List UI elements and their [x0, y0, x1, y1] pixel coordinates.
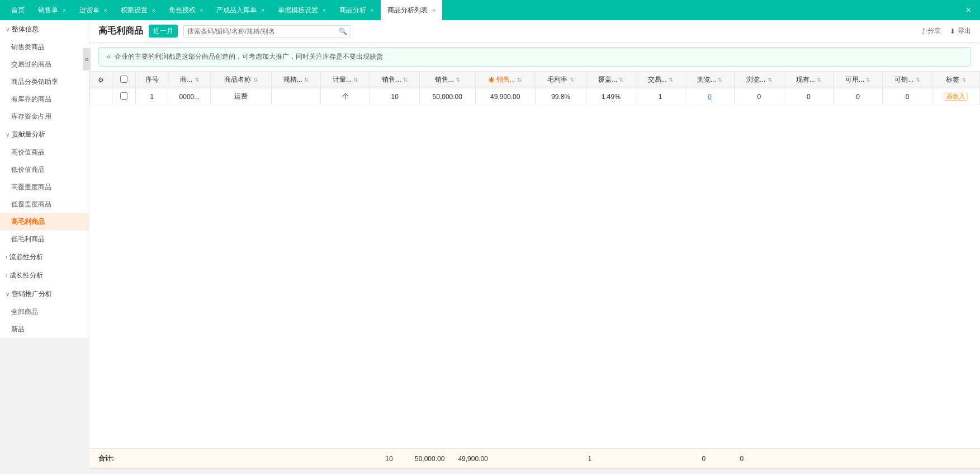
sidebar-collapse-button[interactable]: «: [83, 48, 91, 71]
sidebar-item-sales-goods[interactable]: 销售类商品: [0, 39, 89, 56]
col-gross-margin[interactable]: 毛利率 ⇅: [535, 72, 586, 88]
col-code[interactable]: 商... ⇅: [168, 72, 211, 88]
close-icon[interactable]: ×: [63, 7, 66, 13]
footer-trade-count: 1: [573, 453, 607, 465]
cell-trade: 1: [636, 88, 685, 105]
col-checkbox[interactable]: [112, 72, 136, 88]
col-name[interactable]: 商品名称 ⇅: [211, 72, 271, 88]
tag-badge: 高收入: [944, 92, 968, 101]
sidebar-section-marketing[interactable]: ∨ 营销推广分析: [0, 285, 89, 303]
close-icon[interactable]: ×: [371, 7, 374, 13]
data-table-wrap: ⚙ 序号 商... ⇅ 商品名称 ⇅ 规格... ⇅ 计量... ⇅ 销售...…: [89, 71, 980, 448]
share-button[interactable]: ⤴ 分享: [922, 26, 941, 36]
sidebar-item-category-rate[interactable]: 商品分类销助率: [0, 73, 89, 91]
sidebar-item-traded-goods[interactable]: 交易过的商品: [0, 56, 89, 73]
col-coverage[interactable]: 覆盖... ⇅: [586, 72, 636, 88]
col-tag[interactable]: 标签 ⇅: [932, 72, 979, 88]
cell-coverage: 1.49%: [586, 88, 636, 105]
expand-arrow-icon: ∨: [6, 291, 10, 297]
sidebar-section-flow[interactable]: › 流趋性分析: [0, 248, 89, 266]
select-all-checkbox[interactable]: [120, 76, 127, 83]
close-icon[interactable]: ×: [152, 7, 155, 13]
close-icon[interactable]: ×: [104, 7, 107, 13]
sidebar-item-high-margin[interactable]: 高毛利商品: [0, 213, 89, 231]
col-index: 序号: [136, 72, 168, 88]
nav-home[interactable]: 首页: [4, 0, 31, 20]
cell-browse2: 0: [735, 88, 784, 105]
cell-sales-cost: 49,900.00: [475, 88, 535, 105]
footer-current-stock: 0: [687, 453, 721, 465]
sidebar-section-growth[interactable]: › 成长性分析: [0, 266, 89, 285]
sidebar-item-low-coverage[interactable]: 低覆盖度商品: [0, 196, 89, 213]
cell-settings: [90, 88, 112, 105]
col-sellable-stock[interactable]: 可销... ⇅: [883, 72, 932, 88]
sidebar-item-in-stock[interactable]: 有库存的商品: [0, 91, 89, 108]
search-bar: 🔍: [183, 25, 351, 37]
sidebar-item-high-coverage[interactable]: 高覆盖度商品: [0, 179, 89, 196]
nav-permission[interactable]: 权限设置 ×: [114, 0, 162, 20]
col-sales-cost[interactable]: ◉ 销售... ⇅: [475, 72, 535, 88]
close-icon[interactable]: ×: [323, 7, 326, 13]
col-unit[interactable]: 计量... ⇅: [321, 72, 370, 88]
close-icon[interactable]: ×: [200, 7, 203, 13]
cell-current-stock: 0: [784, 88, 833, 105]
close-icon[interactable]: ×: [432, 7, 435, 13]
header-actions: ⤴ 分享 ⬇ 导出: [922, 26, 971, 36]
nav-analysis[interactable]: 商品分析 ×: [333, 0, 381, 20]
search-input[interactable]: [187, 27, 337, 35]
browse-link[interactable]: 0: [708, 93, 712, 101]
sidebar-item-new-goods[interactable]: 新品: [0, 321, 89, 338]
col-trade[interactable]: 交易... ⇅: [636, 72, 685, 88]
nav-role[interactable]: 角色授权 ×: [162, 0, 210, 20]
content-area: 高毛利商品 近一月 🔍 ⤴ 分享 ⬇ 导出 ✧ 企业的主要的利润都是这部分商品创…: [89, 20, 980, 474]
sidebar-item-stock-capital[interactable]: 库存资金占用: [0, 108, 89, 125]
content-header: 高毛利商品 近一月 🔍 ⤴ 分享 ⬇ 导出: [89, 20, 980, 43]
time-filter-button[interactable]: 近一月: [149, 25, 178, 37]
col-spec[interactable]: 规格... ⇅: [271, 72, 320, 88]
close-all-button[interactable]: ×: [962, 5, 976, 15]
expand-arrow-icon: ›: [6, 273, 7, 279]
nav-template[interactable]: 单据模板设置 ×: [271, 0, 333, 20]
cell-available-stock: 0: [834, 88, 883, 105]
cell-unit: 个: [321, 88, 370, 105]
nav-purchase[interactable]: 进货单 ×: [73, 0, 114, 20]
nav-analysis-list[interactable]: 商品分析列表 ×: [381, 0, 442, 20]
sidebar-item-low-value[interactable]: 低价值商品: [0, 161, 89, 179]
info-icon: ✧: [106, 53, 111, 61]
sidebar: ∨ 整体信息 销售类商品 交易过的商品 商品分类销助率 有库存的商品 库存资金占…: [0, 20, 89, 338]
cell-sales-qty: 10: [370, 88, 419, 105]
footer-totals: 合计: 10 50,000.00 49,900.00 1 0 0: [89, 448, 980, 468]
cell-gross-margin: 99.8%: [535, 88, 586, 105]
footer-sales-cost: 49,900.00: [453, 453, 492, 465]
cell-spec: [271, 88, 320, 105]
footer-available-stock: 0: [725, 453, 759, 465]
close-icon[interactable]: ×: [261, 7, 264, 13]
footer-sales-amount: 50,000.00: [410, 453, 449, 465]
sidebar-section-contribution[interactable]: ∨ 贡献量分析: [0, 125, 89, 144]
cell-name: 运费: [211, 88, 271, 105]
col-available-stock[interactable]: 可用... ⇅: [834, 72, 883, 88]
nav-sales[interactable]: 销售单 ×: [31, 0, 73, 20]
col-browse2[interactable]: 浏览... ⇅: [735, 72, 784, 88]
sidebar-item-all-goods[interactable]: 全部商品: [0, 303, 89, 321]
cell-index: 1: [136, 88, 168, 105]
cell-code: 0000...: [168, 88, 211, 105]
sidebar-item-low-margin[interactable]: 低毛利商品: [0, 231, 89, 248]
col-current-stock[interactable]: 现有... ⇅: [784, 72, 833, 88]
sidebar-item-high-value[interactable]: 高价值商品: [0, 144, 89, 161]
sidebar-section-overall[interactable]: ∨ 整体信息: [0, 20, 89, 39]
col-sales-qty[interactable]: 销售... ⇅: [370, 72, 419, 88]
cell-checkbox[interactable]: [112, 88, 136, 105]
data-table: ⚙ 序号 商... ⇅ 商品名称 ⇅ 规格... ⇅ 计量... ⇅ 销售...…: [89, 71, 980, 105]
info-bar: ✧ 企业的主要的利润都是这部分商品创造的，可考虑加大推广，同时关注库存是不要出现…: [98, 47, 971, 67]
export-button[interactable]: ⬇ 导出: [950, 26, 971, 36]
col-settings[interactable]: ⚙: [90, 72, 112, 88]
search-icon[interactable]: 🔍: [339, 27, 347, 35]
row-checkbox[interactable]: [120, 92, 127, 100]
col-sales-amount[interactable]: 销售... ⇅: [419, 72, 475, 88]
table-row: 1 0000... 运费 个 10 50,000.00 49,900.00 99…: [90, 88, 980, 105]
horizontal-scrollbar[interactable]: [89, 468, 980, 474]
col-browse1[interactable]: 浏览... ⇅: [685, 72, 734, 88]
nav-product-entry[interactable]: 产成品入库单 ×: [210, 0, 271, 20]
cell-browse1[interactable]: 0: [685, 88, 734, 105]
